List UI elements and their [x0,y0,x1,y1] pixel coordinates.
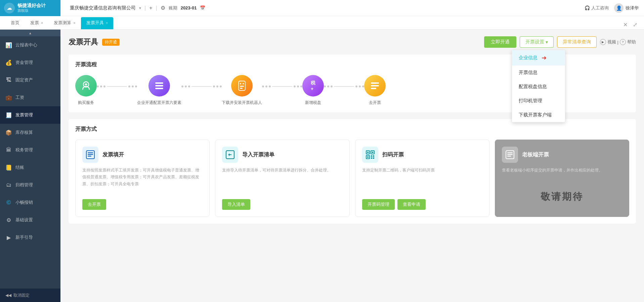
sidebar-item-guidang[interactable]: 🗂 归档管理 [0,176,60,194]
methods-title: 开票方式 [75,126,629,133]
tab-cesuan-label: 发票测算 [54,20,71,26]
svg-rect-5 [155,88,163,89]
flow-step-download-icon [231,75,253,97]
tab-kaiju-label: 发票开具 [86,20,104,26]
tab-home[interactable]: 首页 [5,17,25,29]
company-dropdown-icon[interactable]: ▾ [139,6,141,10]
settings-button-label: 开票设置 [525,39,544,45]
top-header: ☁ 畅捷通好会计 旗舰版 重庆畅捷交通信息咨询有限公司 ▾ | + | ⚙ 账期… [0,0,644,16]
flow-step-buy-label: 购买服务 [78,100,94,106]
svg-rect-27 [371,157,372,159]
header-divider2: | [156,5,157,11]
method-import-button[interactable]: 导入清单 [222,199,250,210]
user-name: 徐泽华 [626,5,639,11]
svg-rect-9 [240,86,244,87]
svg-rect-30 [507,152,513,153]
dropdown-item-invoice-info[interactable]: 开票信息 [512,66,565,80]
user-area[interactable]: 👤 徐泽华 [614,3,639,13]
dropdown-item-download-client[interactable]: 下载开票客户端 [512,108,565,122]
tab-kaiju[interactable]: 发票开具 × [81,17,113,29]
tab-kaiju-close[interactable]: × [106,21,108,25]
red-arrow-icon: ➜ [542,54,547,62]
sidebar-item-xinshouyin[interactable]: ▶ 新手引导 [0,229,60,246]
add-company-button[interactable]: + [149,5,152,11]
jiezhang-icon: 📒 [5,164,12,171]
header-settings-button[interactable]: ⚙ [161,5,165,11]
flow-step-config: 企业开通配置开票六要素 [137,75,181,106]
svg-rect-23 [372,152,373,153]
sidebar-xinshouyin-label: 新手引导 [15,234,33,240]
sidebar-bottom-cancel[interactable]: ◀◀ 取消固定 [0,289,60,302]
method-scan-qr-button[interactable]: 开票码管理 [362,199,395,210]
svg-point-7 [240,83,241,84]
svg-rect-22 [367,152,369,153]
method-scan-header: 扫码开票 [362,147,482,163]
help-label[interactable]: 帮助 [627,39,636,45]
svg-rect-11 [371,82,379,84]
tab-cesuan-close[interactable]: × [73,21,75,25]
help-circle-icon: ? [620,39,626,45]
methods-section: 开票方式 发票填开 支持按照发票样式手工填开发票；可开具增值税电子普通发票、增值… [69,119,636,224]
sidebar-item-fapiao[interactable]: 🧾 发票管理 [0,106,60,124]
activate-button[interactable]: 立即开通 [484,36,516,48]
flow-step-download: 下载并安装开票机器人 [222,75,262,106]
methods-grid: 发票填开 支持按照发票样式手工填开发票；可开具增值税电子普通发票、增值税普通发票… [75,140,629,217]
window-expand-button[interactable]: ⤢ [632,20,639,29]
method-scan-apply-button[interactable]: 查看申请 [397,199,426,210]
xiaochang-icon: © [5,199,12,206]
consult-button[interactable]: 🎧 人工咨询 [585,5,609,11]
dropdown-item-printer[interactable]: 打印机管理 [512,94,565,108]
method-scan-title: 扫码开票 [382,151,404,158]
shuiwu-icon: 🏛 [5,147,12,153]
method-import-icon [222,147,238,163]
method-fill-title: 发票填开 [102,151,124,158]
sidebar-item-zijin[interactable]: 💰 资金管理 [0,54,60,71]
svg-rect-32 [507,156,511,157]
dropdown-item-tax-config[interactable]: 配置税盘信息 [512,80,565,94]
sidebar-item-gongzi[interactable]: 💼 工资 [0,89,60,106]
flow-step-config-label: 企业开通配置开票六要素 [137,100,181,106]
flow-step-config-icon [148,75,170,97]
dropdown-company-info-label: 企业信息 [519,55,538,61]
gudingzichan-icon: 🏗 [5,77,12,83]
gongzi-icon: 💼 [5,94,12,101]
flow-connector-1 [97,85,137,96]
method-fill-go-button[interactable]: 去开票 [82,199,106,210]
sidebar-item-kucun[interactable]: 📦 库存核算 [0,124,60,141]
page-title: 发票开具 [69,37,98,47]
sidebar-fapiao-label: 发票管理 [15,112,33,118]
video-help-divider: ▶ 视频 | ? 帮助 [600,39,636,45]
sidebar-guidang-label: 归档管理 [15,182,33,188]
svg-rect-31 [507,154,513,155]
flow-connector-2 [181,85,222,96]
yunbao-icon: 📊 [5,42,12,48]
settings-button[interactable]: 开票设置 ▾ [520,36,554,48]
method-import-actions: 导入清单 [222,199,342,210]
sidebar-gongzi-label: 工资 [15,95,24,101]
method-boss-header: 老板端开票 [502,147,622,163]
window-close-button[interactable]: ✕ [622,20,629,29]
company-name[interactable]: 重庆畅捷交通信息咨询有限公司 [70,5,136,11]
sidebar-shuiwu-label: 税务管理 [15,147,33,153]
sidebar-item-gudingzichan[interactable]: 🏗 固定资产 [0,71,60,89]
method-card-import: 导入开票清单 支持导入待开票清单，可对待开票清单进行拆分、合并处理。 导入清单 [215,140,349,217]
tab-fapiao-close[interactable]: × [41,21,43,25]
tab-fapiao[interactable]: 发票 × [25,17,48,29]
sidebar-item-jichushezhi[interactable]: ⚙ 基础设置 [0,211,60,229]
sidebar-scroll-up[interactable]: ▲ [0,30,60,36]
sidebar-item-xiaochang[interactable]: © 小畅报销 [0,194,60,211]
flow-step-buy: 购买服务 [75,75,97,106]
calendar-icon[interactable]: 📅 [200,5,205,10]
flow-connector-3 [262,85,302,96]
flow-step-go-label: 去开票 [369,100,381,106]
dropdown-item-company-info[interactable]: 企业信息 ➜ [512,50,565,66]
tab-cesuan[interactable]: 发票测算 × [48,17,81,29]
sidebar-item-shuiwu[interactable]: 🏛 税务管理 [0,141,60,159]
user-avatar: 👤 [614,3,624,13]
sidebar-item-jiezhang[interactable]: 📒 结账 [0,159,60,176]
video-label[interactable]: 视频 [607,39,616,45]
svg-rect-10 [240,88,243,89]
sidebar-item-yunbao[interactable]: 📊 云报表中心 [0,36,60,54]
guidang-icon: 🗂 [5,182,12,188]
exception-button[interactable]: 异常清单查询 [557,36,597,48]
